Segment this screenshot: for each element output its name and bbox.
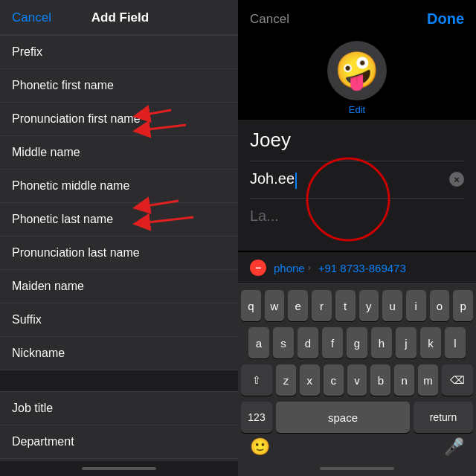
left-cancel-button[interactable]: Cancel [12, 10, 51, 25]
key-k[interactable]: k [420, 327, 441, 358]
list-item-middle-name[interactable]: Middle name [0, 136, 238, 170]
right-panel-wrapper: Cancel Done 🤪 Edit Joey Joh.ee × [238, 0, 476, 476]
key-r[interactable]: r [312, 290, 332, 321]
key-e[interactable]: e [288, 290, 308, 321]
list-item-prefix[interactable]: Prefix [0, 35, 238, 69]
first-name-field-row: Joey [250, 120, 464, 161]
key-j[interactable]: j [396, 327, 416, 358]
phone-number-value[interactable]: +91 8733-869473 [318, 262, 406, 274]
done-button[interactable]: Done [427, 10, 464, 28]
last-name-placeholder[interactable]: La... [250, 199, 279, 233]
home-indicator [82, 467, 156, 470]
job-fields-section: Job title Department Phonetic company na… [0, 391, 238, 461]
avatar-section: 🤪 Edit [238, 35, 476, 120]
key-c[interactable]: c [324, 364, 344, 396]
list-item-suffix[interactable]: Suffix [0, 303, 238, 337]
list-item-maiden[interactable]: Maiden name [0, 270, 238, 303]
key-n[interactable]: n [394, 364, 414, 396]
first-name-value[interactable]: Joey [250, 129, 291, 151]
phone-label: phone [274, 262, 305, 274]
add-field-title: Add Field [91, 10, 149, 25]
right-panel: Cancel Done 🤪 Edit Joey Joh.ee × [238, 0, 476, 476]
phone-row: − phone › +91 8733-869473 [238, 252, 476, 284]
key-z[interactable]: z [276, 364, 296, 396]
add-field-list: Prefix Phonetic first name Pronunciation… [0, 35, 238, 461]
clear-phonetic-button[interactable]: × [449, 172, 464, 187]
left-panel-wrapper: Cancel Add Field Prefix Phonetic first n… [0, 0, 238, 476]
key-m[interactable]: m [418, 364, 438, 396]
phonetic-first-field-row: Joh.ee × [250, 161, 464, 199]
contact-edit-header: Cancel Done [238, 0, 476, 35]
key-i[interactable]: i [406, 290, 426, 321]
home-indicator-right [320, 467, 394, 470]
right-cancel-button[interactable]: Cancel [250, 12, 289, 27]
list-item-phonetic-last[interactable]: Phonetic last name [0, 203, 238, 237]
left-panel: Cancel Add Field Prefix Phonetic first n… [0, 0, 238, 476]
last-name-field-row: La... [250, 199, 464, 234]
section-gap [0, 370, 238, 391]
list-item-pronunciation-last[interactable]: Pronunciation last name [0, 237, 238, 270]
key-w[interactable]: w [265, 290, 285, 321]
phone-remove-button[interactable]: − [250, 260, 266, 276]
keyboard-row-2: a s d f g h j k l [241, 327, 473, 358]
space-key[interactable]: space [276, 402, 410, 433]
key-x[interactable]: x [300, 364, 320, 396]
shift-key[interactable]: ⇧ [241, 364, 272, 396]
list-item-nickname[interactable]: Nickname [0, 337, 238, 370]
key-q[interactable]: q [241, 290, 261, 321]
list-item-job-title[interactable]: Job title [0, 391, 238, 425]
keyboard-row-4: 123 space return [241, 402, 473, 433]
keyboard-row-3: ⇧ z x c v b n m ⌫ [241, 364, 473, 396]
key-u[interactable]: u [382, 290, 402, 321]
key-d[interactable]: d [298, 327, 318, 358]
mic-key[interactable]: 🎤 [444, 437, 464, 457]
key-y[interactable]: y [359, 290, 379, 321]
left-footer [0, 461, 238, 476]
phone-chevron-icon[interactable]: › [308, 263, 311, 273]
list-item-phonetic-company[interactable]: Phonetic company name [0, 459, 238, 461]
list-item-pronunciation-first[interactable]: Pronunciation first name [0, 103, 238, 136]
keyboard-row-1: q w e r t y u i o p [241, 290, 473, 321]
edit-avatar-label[interactable]: Edit [349, 104, 365, 115]
key-s[interactable]: s [273, 327, 294, 358]
contact-fields: Joey Joh.ee × La... [238, 120, 476, 251]
key-p[interactable]: p [453, 290, 473, 321]
avatar[interactable]: 🤪 [327, 41, 387, 100]
key-v[interactable]: v [347, 364, 367, 396]
keyboard-emoji-row: 🙂 🎤 [241, 433, 473, 458]
key-a[interactable]: a [248, 327, 269, 358]
list-item-department[interactable]: Department [0, 425, 238, 459]
emoji-key[interactable]: 🙂 [250, 437, 270, 457]
phonetic-first-field: Joh.ee × [250, 170, 464, 189]
right-footer [238, 461, 476, 476]
phonetic-first-value[interactable]: Joh.ee [250, 170, 295, 187]
key-g[interactable]: g [347, 327, 367, 358]
add-field-header: Cancel Add Field [0, 0, 238, 35]
key-f[interactable]: f [322, 327, 343, 358]
text-cursor [295, 173, 297, 189]
key-h[interactable]: h [371, 327, 392, 358]
num-key[interactable]: 123 [241, 402, 272, 433]
key-b[interactable]: b [370, 364, 390, 396]
key-l[interactable]: l [445, 327, 466, 358]
delete-key[interactable]: ⌫ [442, 364, 473, 396]
key-t[interactable]: t [335, 290, 356, 321]
name-fields-section: Prefix Phonetic first name Pronunciation… [0, 35, 238, 370]
keyboard: q w e r t y u i o p a s d f g h j k [238, 284, 476, 461]
list-item-phonetic-middle[interactable]: Phonetic middle name [0, 170, 238, 203]
list-item-phonetic-first[interactable]: Phonetic first name [0, 69, 238, 103]
key-o[interactable]: o [430, 290, 450, 321]
return-key[interactable]: return [414, 402, 473, 433]
